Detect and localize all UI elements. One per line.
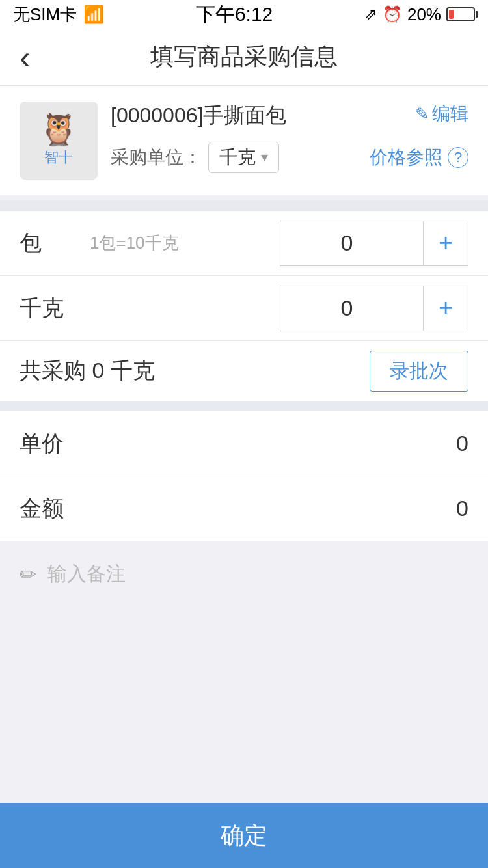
info-section: 单价 0 金额 0: [0, 406, 488, 541]
pack-input-row: 包 1包=10千克 +: [0, 211, 488, 276]
battery-icon: [446, 7, 475, 21]
page-title: 填写商品采购信息: [150, 41, 338, 73]
kg-input-row: 千克 +: [0, 276, 488, 341]
product-thumbnail-icon: 🦉: [39, 114, 78, 145]
kg-quantity-input[interactable]: [280, 286, 423, 331]
kg-plus-icon: +: [439, 294, 453, 322]
input-section: 包 1包=10千克 + 千克 +: [0, 211, 488, 341]
price-ref-button[interactable]: 价格参照 ?: [370, 145, 468, 170]
alarm-icon: ⏰: [383, 5, 402, 23]
pack-quantity-control: +: [280, 221, 468, 266]
amount-row: 金额 0: [0, 476, 488, 541]
wifi-icon: 📶: [83, 5, 104, 25]
chevron-down-icon: ▾: [261, 149, 268, 166]
pack-plus-icon: +: [439, 229, 453, 257]
amount-label: 金额: [20, 494, 64, 524]
notes-placeholder: 输入备注: [47, 561, 126, 588]
product-info: [0000006]手撕面包 ✎ 编辑 采购单位： 千克 ▾ 价格参照 ?: [111, 102, 468, 173]
status-bar: 无SIM卡 📶 下午6:12 ⇗ ⏰ 20%: [0, 0, 488, 29]
edit-label: 编辑: [432, 102, 468, 126]
battery-fill: [449, 10, 454, 19]
unit-label: 采购单位：: [111, 145, 202, 170]
pack-quantity-input[interactable]: [280, 221, 423, 266]
unit-price-row: 单价 0: [0, 411, 488, 476]
price-ref-label: 价格参照: [370, 145, 442, 170]
bottom-space: [0, 607, 488, 802]
summary-text: 共采购 0 千克: [20, 356, 155, 386]
edit-button[interactable]: ✎ 编辑: [415, 102, 468, 126]
info-icon: ?: [448, 147, 468, 168]
carrier-label: 无SIM卡: [13, 3, 77, 26]
pack-plus-button[interactable]: +: [423, 221, 468, 266]
unit-value: 千克: [219, 145, 256, 170]
location-icon: ⇗: [364, 5, 377, 23]
kg-plus-button[interactable]: +: [423, 286, 468, 331]
kg-label: 千克: [20, 293, 85, 323]
section-divider-1: [0, 200, 488, 211]
summary-row: 共采购 0 千克 录批次: [0, 341, 488, 406]
amount-value: 0: [456, 496, 468, 521]
unit-price-value: 0: [456, 431, 468, 456]
batch-button[interactable]: 录批次: [370, 351, 468, 392]
edit-icon: ✎: [415, 104, 429, 124]
pack-sublabel: 1包=10千克: [90, 232, 179, 254]
product-name: [0000006]手撕面包: [111, 102, 286, 130]
battery-percent: 20%: [407, 5, 441, 25]
pencil-icon: ✏: [20, 562, 37, 587]
unit-price-label: 单价: [20, 429, 64, 459]
nav-bar: ‹ 填写商品采购信息: [0, 29, 488, 86]
unit-select[interactable]: 千克 ▾: [208, 142, 279, 173]
pack-label: 包: [20, 228, 85, 258]
confirm-button[interactable]: 确定: [0, 803, 488, 868]
status-left: 无SIM卡 📶: [13, 3, 104, 26]
status-right: ⇗ ⏰ 20%: [364, 5, 475, 25]
kg-quantity-control: +: [280, 286, 468, 331]
back-button[interactable]: ‹: [20, 38, 31, 76]
product-thumbnail: 🦉 智十: [20, 102, 98, 180]
notes-row[interactable]: ✏ 输入备注: [0, 541, 488, 607]
product-header: [0000006]手撕面包 ✎ 编辑: [111, 102, 468, 130]
status-time: 下午6:12: [196, 1, 273, 28]
product-unit-row: 采购单位： 千克 ▾ 价格参照 ?: [111, 142, 468, 173]
product-thumbnail-text: 智十: [44, 148, 73, 167]
product-card: 🦉 智十 [0000006]手撕面包 ✎ 编辑 采购单位： 千克 ▾ 价格参照 …: [0, 86, 488, 200]
unit-selector[interactable]: 采购单位： 千克 ▾: [111, 142, 279, 173]
